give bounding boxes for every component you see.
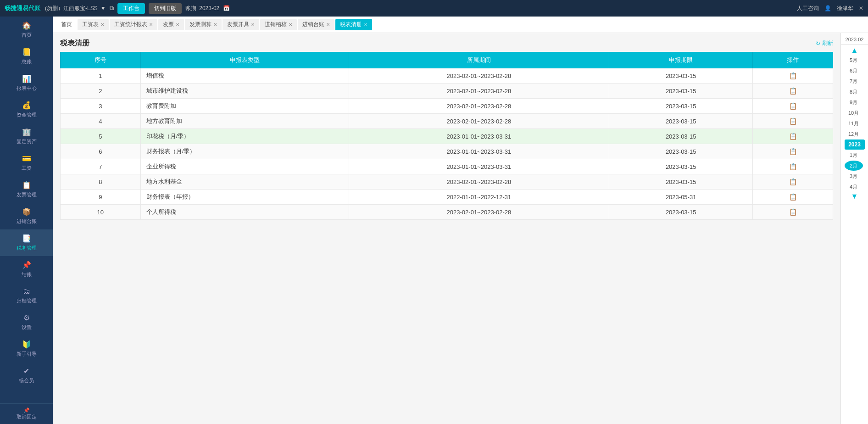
action-icon[interactable]: 📋 [789, 208, 797, 216]
table-row: 8 地方水利基金 2023-02-01~2023-02-28 2023-03-1… [61, 174, 833, 190]
tab-tax-clearance[interactable]: 税表清册✕ [335, 19, 372, 30]
unpin-button[interactable]: 📌 取消固定 [0, 403, 53, 424]
row-action[interactable]: 📋 [753, 159, 833, 174]
tab-close-salary-stat[interactable]: ✕ [149, 22, 153, 27]
row-action[interactable]: 📋 [753, 144, 833, 159]
tax-icon: 📑 [22, 234, 31, 243]
sidebar-item-settings[interactable]: ⚙设置 [0, 309, 53, 335]
row-deadline: 2023-03-15 [609, 84, 752, 99]
sidebar-item-tax[interactable]: 📑税务管理 [0, 229, 53, 256]
tab-purchase-check[interactable]: 进销稽核✕ [260, 19, 297, 30]
action-icon[interactable]: 📋 [789, 117, 797, 125]
down-arrow[interactable]: ▼ [851, 192, 858, 201]
column-header: 序号 [61, 52, 141, 68]
month-item-8月[interactable]: 8月 [845, 87, 863, 97]
workbench-button[interactable]: 工作台 [117, 3, 145, 14]
refresh-button[interactable]: ↻ 刷新 [816, 39, 833, 47]
tab-purchase-ledger[interactable]: 进销台账✕ [298, 19, 334, 30]
action-icon[interactable]: 📋 [789, 178, 797, 185]
sidebar-item-ledger[interactable]: 📒总账 [0, 43, 53, 70]
sidebar-item-close[interactable]: 📌结账 [0, 256, 53, 283]
action-icon[interactable]: 📋 [789, 87, 797, 95]
tab-label: 工资表 [82, 21, 99, 28]
action-icon[interactable]: 📋 [789, 102, 797, 110]
table-row: 9 财务报表（年报） 2022-01-01~2022-12-31 2023-05… [61, 190, 833, 205]
month-item-4月[interactable]: 4月 [845, 182, 863, 192]
tab-home[interactable]: 首页 [56, 19, 77, 30]
tab-label: 工资统计报表 [114, 21, 147, 28]
month-item-7月[interactable]: 7月 [845, 76, 863, 86]
month-item-2月[interactable]: 2月 [845, 161, 863, 171]
tab-close-tax-clearance[interactable]: ✕ [364, 22, 367, 27]
tab-close-purchase-ledger[interactable]: ✕ [326, 22, 330, 27]
sidebar-item-label: 结账 [22, 271, 32, 278]
tab-salary[interactable]: 工资表✕ [78, 19, 109, 30]
sidebar-item-purchase[interactable]: 📦进销台账 [0, 203, 53, 229]
tab-salary-stat[interactable]: 工资统计报表✕ [110, 19, 157, 30]
company-dropdown-icon[interactable]: ▼ [100, 5, 106, 11]
tab-close-salary[interactable]: ✕ [100, 22, 104, 27]
sidebar-item-invoice[interactable]: 📋发票管理 [0, 176, 53, 203]
sidebar-item-label: 进销台账 [17, 218, 37, 225]
tab-label: 发票测算 [189, 21, 211, 28]
month-item-9月[interactable]: 9月 [845, 97, 863, 107]
month-item-1月[interactable]: 1月 [845, 150, 863, 160]
period-label: 账期 2023-02 📅 [185, 5, 230, 12]
tab-invoice-check[interactable]: 发票测算✕ [185, 19, 222, 30]
column-header: 申报表类型 [140, 52, 349, 68]
row-period: 2023-02-01~2023-02-28 [349, 114, 609, 129]
column-header: 所属期间 [349, 52, 609, 68]
row-action[interactable]: 📋 [753, 99, 833, 114]
sidebar-item-archive[interactable]: 🗂归档管理 [0, 283, 53, 309]
row-deadline: 2023-03-15 [609, 129, 752, 144]
sidebar-item-label: 畅会员 [19, 377, 34, 384]
row-action[interactable]: 📋 [753, 84, 833, 99]
row-action[interactable]: 📋 [753, 205, 833, 220]
window-close-icon[interactable]: ✕ [859, 5, 863, 11]
tab-close-purchase-check[interactable]: ✕ [289, 22, 292, 27]
action-icon[interactable]: 📋 [789, 72, 797, 79]
switch-old-button[interactable]: 切到旧版 [149, 3, 182, 14]
row-action[interactable]: 📋 [753, 174, 833, 190]
sidebar-item-vip[interactable]: ✔畅会员 [0, 362, 53, 389]
copy-icon[interactable]: ⧉ [110, 5, 114, 12]
company-selector[interactable]: (勿删）江西服宝-LSS ▼ [45, 5, 106, 12]
sidebar-item-home[interactable]: 🏠首页 [0, 17, 53, 43]
action-icon[interactable]: 📋 [789, 163, 797, 170]
tab-close-invoice[interactable]: ✕ [176, 22, 179, 27]
sidebar-item-guide[interactable]: 🔰新手引导 [0, 335, 53, 362]
month-item-5月[interactable]: 5月 [845, 55, 863, 65]
month-item-3月[interactable]: 3月 [845, 171, 863, 181]
row-deadline: 2023-03-15 [609, 99, 752, 114]
row-action[interactable]: 📋 [753, 129, 833, 144]
sidebar-item-fixed[interactable]: 🏢固定资产 [0, 123, 53, 150]
row-action[interactable]: 📋 [753, 68, 833, 84]
row-index: 8 [61, 174, 141, 190]
action-icon[interactable]: 📋 [789, 133, 797, 140]
user-avatar: 👤 [824, 5, 831, 11]
action-icon[interactable]: 📋 [789, 148, 797, 155]
row-deadline: 2023-03-15 [609, 205, 752, 220]
sidebar-item-report[interactable]: 📊报表中心 [0, 70, 53, 96]
sidebar-item-salary[interactable]: 💳工资 [0, 150, 53, 176]
row-deadline: 2023-03-15 [609, 159, 752, 174]
month-item-11月[interactable]: 11月 [845, 118, 863, 128]
tab-invoice-open[interactable]: 发票开具✕ [223, 19, 259, 30]
table-row: 4 地方教育附加 2023-02-01~2023-02-28 2023-03-1… [61, 114, 833, 129]
row-action[interactable]: 📋 [753, 190, 833, 205]
action-icon[interactable]: 📋 [789, 193, 797, 201]
tab-close-invoice-open[interactable]: ✕ [251, 22, 255, 27]
tab-invoice[interactable]: 发票✕ [158, 19, 184, 30]
month-item-6月[interactable]: 6月 [845, 66, 863, 76]
row-action[interactable]: 📋 [753, 114, 833, 129]
ai-consult[interactable]: 人工咨询 [797, 5, 819, 12]
up-arrow[interactable]: ▲ [851, 46, 858, 55]
row-type: 增值税 [140, 68, 349, 84]
month-item-10月[interactable]: 10月 [845, 108, 863, 118]
sidebar-item-label: 报表中心 [17, 85, 37, 92]
sidebar-item-capital[interactable]: 💰资金管理 [0, 96, 53, 123]
month-item-12月[interactable]: 12月 [845, 129, 863, 139]
row-period: 2023-02-01~2023-02-28 [349, 205, 609, 220]
tab-label: 发票开具 [227, 21, 249, 28]
tab-close-invoice-check[interactable]: ✕ [213, 22, 217, 27]
